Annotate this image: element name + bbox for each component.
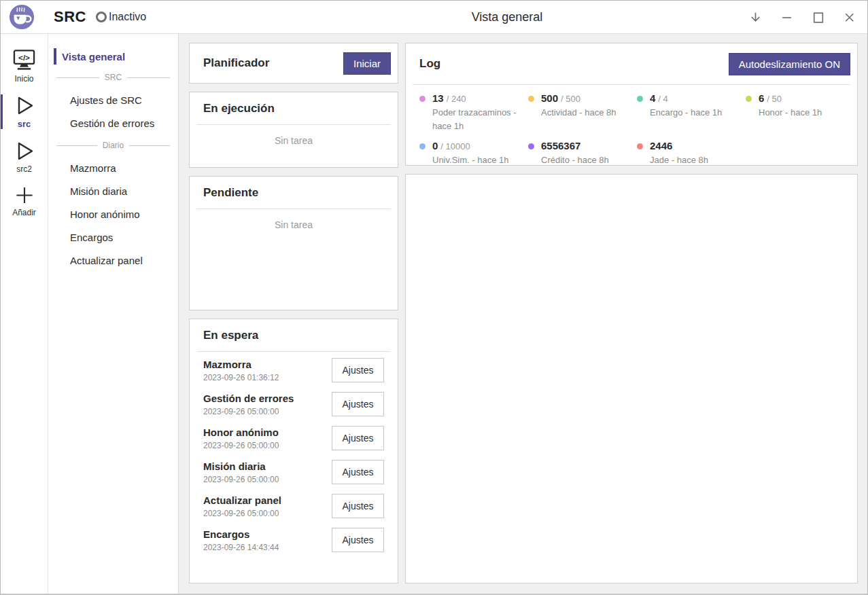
task-info: Misión diaria 2023-09-26 05:00:00: [203, 461, 279, 484]
task-settings-button[interactable]: Ajustes: [332, 392, 384, 416]
task-name: Gestión de errores: [203, 393, 294, 404]
task-settings-button[interactable]: Ajustes: [332, 358, 384, 382]
task-name: Honor anónimo: [203, 427, 279, 438]
hide-button[interactable]: [740, 1, 771, 33]
rail-item-label: Añadir: [12, 208, 36, 217]
pending-card: Pendiente Sin tarea: [189, 176, 398, 310]
stat-label: Univ.Sim. - hace 1h: [432, 154, 508, 167]
task-settings-button[interactable]: Ajustes: [332, 528, 384, 552]
icon-rail: </> Inicio src src2: [1, 34, 48, 594]
stat-label: Jade - hace 8h: [650, 154, 708, 167]
nav-section-src: SRC: [56, 67, 170, 88]
stat-color-dot: [419, 143, 426, 149]
task-info: Mazmorra 2023-09-26 01:36:12: [203, 359, 279, 382]
stat-label: Honor - hace 1h: [759, 106, 822, 120]
rail-item-inicio[interactable]: </> Inicio: [1, 43, 48, 89]
nav-item-mision-diaria[interactable]: Misión diaria: [48, 179, 178, 202]
nav-item-actualizar-panel[interactable]: Actualizar panel: [48, 249, 178, 272]
rail-item-src2[interactable]: src2: [1, 134, 48, 179]
task-row: Honor anónimo 2023-09-26 05:00:00 Ajuste…: [203, 421, 384, 455]
window-controls: [740, 1, 865, 33]
task-settings-button[interactable]: Ajustes: [332, 460, 384, 484]
task-name: Actualizar panel: [203, 494, 281, 506]
rail-item-label: Inicio: [14, 74, 33, 84]
close-button[interactable]: [833, 1, 865, 33]
log-title: Log: [419, 57, 440, 71]
nav-item-vista-general[interactable]: Vista general: [48, 46, 178, 67]
page-title: Vista general: [472, 10, 543, 24]
minimize-button[interactable]: [771, 1, 802, 33]
task-time: 2023-09-26 05:00:00: [203, 475, 279, 484]
running-empty-text: Sin tarea: [190, 125, 398, 146]
task-row: Gestión de errores 2023-09-26 05:00:00 A…: [203, 387, 384, 421]
stat-total: / 240: [447, 94, 466, 104]
divider-line: [127, 77, 170, 78]
task-info: Encargos 2023-09-26 14:43:44: [203, 528, 279, 552]
divider-line: [56, 145, 97, 146]
stat-label: Crédito - hace 8h: [541, 154, 609, 167]
waiting-title: En espera: [203, 329, 258, 342]
app-name: SRC: [54, 8, 86, 26]
maximize-button[interactable]: [802, 1, 833, 33]
task-row: Misión diaria 2023-09-26 05:00:00 Ajuste…: [203, 455, 384, 489]
stat-value: 0: [432, 140, 438, 151]
main-content: Planificador Iniciar En ejecución Sin ta…: [179, 34, 867, 594]
code-monitor-icon: </>: [12, 49, 36, 71]
rail-item-anadir[interactable]: Añadir: [1, 179, 48, 223]
log-stat: 0/ 10000 Univ.Sim. - hace 1h: [419, 140, 521, 167]
stat-color-dot: [528, 143, 534, 149]
title-bar: SRC Inactivo Vista general: [1, 1, 867, 34]
start-button[interactable]: Iniciar: [343, 52, 391, 75]
stat-total: / 10000: [440, 141, 470, 151]
log-stat: 13/ 240 Poder trazacaminos - hace 1h: [419, 92, 521, 133]
rail-item-label: src2: [16, 164, 32, 174]
stat-label: Encargo - hace 1h: [650, 106, 722, 120]
rail-item-src[interactable]: src: [1, 89, 48, 134]
rail-item-label: src: [18, 119, 31, 129]
nav-item-honor-anonimo[interactable]: Honor anónimo: [48, 202, 178, 226]
nav-item-ajustes-de-src[interactable]: Ajustes de SRC: [48, 88, 178, 111]
nav-panel: Vista general SRC Ajustes de SRC Gestión…: [48, 34, 179, 594]
autoscroll-button[interactable]: Autodeslizamiento ON: [729, 53, 850, 75]
log-stats: 13/ 240 Poder trazacaminos - hace 1h 500…: [406, 85, 857, 167]
task-name: Mazmorra: [203, 359, 279, 370]
pending-title: Pendiente: [203, 186, 258, 200]
log-stat: 6/ 50 Honor - hace 1h: [746, 92, 848, 133]
log-stat: 4/ 4 Encargo - hace 1h: [637, 92, 739, 133]
svg-text:</>: </>: [18, 53, 30, 62]
task-settings-button[interactable]: Ajustes: [332, 426, 384, 450]
app-window: SRC Inactivo Vista general: [0, 0, 868, 595]
app-logo-icon: [9, 4, 35, 30]
task-time: 2023-09-26 05:00:00: [203, 441, 279, 450]
log-output-panel: [405, 174, 858, 583]
nav-item-gestion-de-errores[interactable]: Gestión de errores: [48, 111, 178, 134]
stat-color-dot: [746, 96, 752, 102]
minimize-icon: [780, 10, 794, 24]
stat-value: 4: [650, 92, 655, 104]
stat-color-dot: [637, 96, 643, 102]
divider-line: [129, 145, 170, 146]
task-time: 2023-09-26 14:43:44: [203, 543, 279, 552]
nav-item-mazmorra[interactable]: Mazmorra: [48, 156, 178, 179]
stat-value: 6: [759, 92, 764, 104]
scheduler-card: Planificador Iniciar: [189, 43, 398, 84]
running-title: En ejecución: [203, 102, 275, 115]
stat-color-dot: [419, 96, 426, 102]
log-card: Log Autodeslizamiento ON 13/ 240 Poder t…: [405, 43, 858, 166]
plus-icon: [14, 185, 35, 205]
nav-item-encargos[interactable]: Encargos: [48, 226, 178, 249]
stat-total: / 50: [767, 94, 782, 104]
task-settings-button[interactable]: Ajustes: [332, 494, 384, 518]
stat-label: Actividad - hace 8h: [541, 106, 617, 120]
arrow-down-icon: [748, 10, 763, 24]
close-icon: [842, 10, 856, 24]
stat-value: 2446: [650, 140, 672, 151]
nav-section-label: SRC: [105, 73, 122, 82]
waiting-card: En espera Mazmorra 2023-09-26 01:36:12 A…: [189, 319, 398, 583]
stat-value: 6556367: [541, 140, 580, 151]
task-time: 2023-09-26 01:36:12: [203, 373, 279, 382]
running-card: En ejecución Sin tarea: [189, 92, 398, 168]
status-ring-icon: [96, 12, 107, 22]
play-icon: [14, 95, 35, 116]
stat-value: 13: [432, 92, 444, 104]
